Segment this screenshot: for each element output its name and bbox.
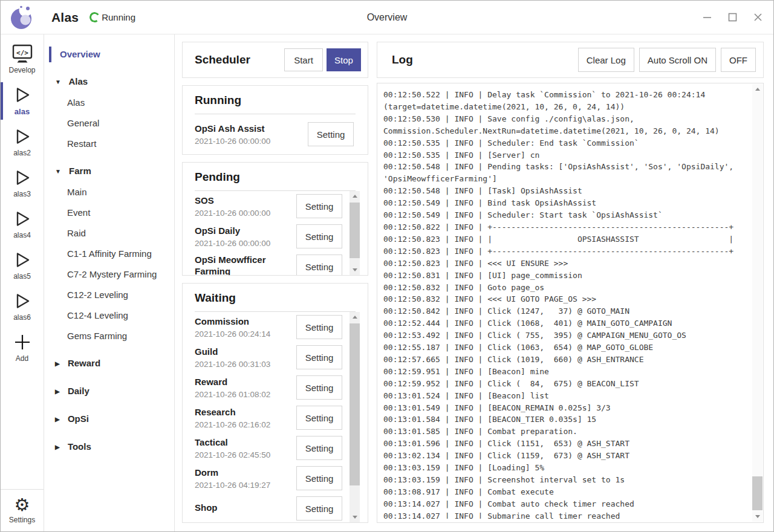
- nav-item-label: C1-1 Affinity Farming: [67, 248, 152, 259]
- task-next-run-time: 2021-10-26 04:19:27: [195, 481, 296, 490]
- log-line: 00:12:50.823 | INFO | +-----------------…: [383, 245, 745, 258]
- setting-button[interactable]: Setting: [296, 436, 342, 460]
- scroll-down-arrow[interactable]: [350, 512, 360, 522]
- pending-scrollbar[interactable]: [350, 191, 360, 275]
- setting-button[interactable]: Setting: [296, 345, 342, 369]
- rail-item[interactable]: </> Develop: [1, 39, 44, 80]
- task-row: Reward 2021-10-26 01:08:02 Setting: [195, 372, 348, 403]
- scroll-down-arrow[interactable]: [350, 265, 360, 275]
- rail-item-label: alas3: [13, 190, 31, 198]
- rail-item-label: Develop: [8, 66, 35, 74]
- scroll-up-arrow[interactable]: [752, 84, 763, 94]
- stop-button[interactable]: Stop: [327, 48, 361, 71]
- auto-scroll-off-button[interactable]: OFF: [721, 48, 756, 72]
- nav-item[interactable]: ▼ ▶ Restart: [44, 134, 174, 154]
- log-line: 00:13:08.917 | INFO | Combat execute: [383, 486, 745, 498]
- nav-item[interactable]: ▼ ▶ Raid: [44, 223, 174, 244]
- rail-item[interactable]: </> alas6: [1, 287, 44, 327]
- waiting-list[interactable]: Commission 2021-10-26 00:24:14 Setting G…: [195, 312, 348, 522]
- log-output[interactable]: 00:12:50.522 | INFO | Delay task `Commis…: [377, 83, 764, 523]
- play-icon: [12, 167, 33, 188]
- nav-item[interactable]: ▼ ▶ Daily: [44, 381, 174, 402]
- chevron-down-icon: ▼: [55, 168, 61, 175]
- task-info: Shop: [195, 502, 296, 516]
- rail-item[interactable]: </> alas4: [1, 204, 44, 245]
- pending-list[interactable]: SOS 2021-10-26 00:00:00 Setting OpSi Dai…: [195, 191, 348, 275]
- scheduler-status-text: Running: [102, 12, 135, 22]
- pending-panel: Pending SOS 2021-10-26 00:00:00 Setting …: [182, 162, 368, 276]
- log-line: 00:12:50.548 | INFO | [Task] OpsiAshAssi…: [383, 185, 745, 197]
- waiting-scrollbar[interactable]: [350, 312, 360, 522]
- rail-item[interactable]: </> alas3: [1, 163, 44, 204]
- nav-item[interactable]: ▼ ▶ C7-2 Mystery Farming: [44, 264, 174, 285]
- nav-item[interactable]: ▼ ▶ Farm: [44, 161, 174, 182]
- nav-item[interactable]: ▼ ▶ C1-1 Affinity Farming: [44, 244, 174, 264]
- setting-button[interactable]: Setting: [296, 496, 342, 521]
- rail-item-label: alas4: [13, 231, 31, 239]
- scroll-thumb[interactable]: [350, 323, 360, 485]
- instance-rail: </> Develop </>: [1, 34, 44, 531]
- nav-item-label: Restart: [67, 138, 96, 149]
- nav-item[interactable]: ▼ ▶ C12-2 Leveling: [44, 285, 174, 305]
- plus-icon: [13, 332, 31, 352]
- setting-button[interactable]: Setting: [296, 224, 342, 248]
- setting-button[interactable]: Setting: [296, 466, 342, 490]
- setting-button[interactable]: Setting: [296, 194, 342, 218]
- rail-item[interactable]: </> alas: [1, 80, 44, 122]
- settings-label: Settings: [9, 516, 35, 524]
- rail-item[interactable]: </> alas5: [1, 245, 44, 286]
- setting-button[interactable]: Setting: [296, 315, 342, 339]
- rail-item[interactable]: </> alas2: [1, 122, 44, 163]
- chevron-right-icon: ▶: [55, 360, 60, 367]
- start-button[interactable]: Start: [284, 48, 323, 71]
- nav-item[interactable]: ▼ ▶ Main: [44, 182, 174, 203]
- nav-item[interactable]: ▼ ▶ Tools: [44, 436, 174, 458]
- nav-item[interactable]: ▼ ▶ C12-4 Leveling: [44, 305, 174, 326]
- scroll-up-arrow[interactable]: [350, 312, 360, 322]
- setting-button[interactable]: Setting: [296, 375, 342, 400]
- log-line: 00:12:59.951 | INFO | [Beacon] mine: [383, 366, 745, 378]
- nav-item[interactable]: ▼ ▶ Event: [44, 203, 174, 223]
- scroll-up-arrow[interactable]: [350, 191, 360, 201]
- nav-item[interactable]: ▼ ▶ Overview: [44, 44, 174, 65]
- task-row: Commission 2021-10-26 00:24:14 Setting: [195, 312, 348, 342]
- task-row: OpSi Daily 2021-10-26 00:00:00 Setting: [195, 221, 348, 251]
- scroll-thumb[interactable]: [752, 476, 763, 510]
- log-line: 00:12:50.832 | INFO | <<< UI GOTO PAGE_O…: [383, 293, 745, 305]
- scroll-down-arrow[interactable]: [752, 511, 763, 522]
- auto-scroll-on-button[interactable]: Auto Scroll ON: [639, 48, 716, 72]
- clear-log-button[interactable]: Clear Log: [578, 48, 634, 72]
- task-name: SOS: [195, 195, 296, 206]
- setting-button[interactable]: Setting: [308, 122, 354, 146]
- setting-button[interactable]: Setting: [296, 406, 342, 430]
- task-row: OpSi Meowfficer Farming Setting: [195, 251, 348, 275]
- settings-button[interactable]: ⚙ Settings: [1, 489, 44, 531]
- log-line: 00:12:50.831 | INFO | [UI] page_commissi…: [383, 270, 745, 282]
- maximize-button[interactable]: [727, 13, 737, 22]
- setting-button[interactable]: Setting: [296, 255, 342, 275]
- minimize-button[interactable]: [702, 13, 712, 22]
- rail-item[interactable]: </> Add: [1, 328, 44, 368]
- waiting-panel: Waiting Commission 2021-10-26 00:24:14 S…: [182, 283, 368, 523]
- close-button[interactable]: [753, 13, 763, 22]
- log-line: 00:13:01.549 | INFO | [BEACON_REMAIN 0.0…: [383, 402, 745, 414]
- nav-item[interactable]: ▼ ▶ Alas: [44, 92, 174, 113]
- log-line: 00:12:59.952 | INFO | Click ( 84, 675) @…: [383, 378, 745, 390]
- nav-item[interactable]: ▼ ▶ Alas: [44, 71, 174, 92]
- rail-item-label: alas5: [13, 272, 31, 281]
- task-name: OpSi Daily: [195, 225, 296, 236]
- task-name: Guild: [195, 346, 296, 357]
- nav-item[interactable]: ▼ ▶ Reward: [44, 353, 174, 374]
- log-line: 00:13:14.027 | INFO | Submarine call tim…: [383, 510, 745, 519]
- nav-item[interactable]: ▼ ▶ Gems Farming: [44, 326, 174, 346]
- scroll-thumb[interactable]: [350, 203, 360, 258]
- chevron-right-icon: ▶: [55, 444, 60, 450]
- titlebar: Alas Running Overview: [1, 1, 773, 34]
- task-info: SOS 2021-10-26 00:00:00: [195, 195, 296, 218]
- log-line: (target=datetime.datetime(2021, 10, 26, …: [383, 101, 745, 113]
- nav-item[interactable]: ▼ ▶ General: [44, 113, 174, 134]
- log-line: 00:12:50.823 | INFO | <<< UI ENSURE >>>: [383, 258, 745, 270]
- nav-item[interactable]: ▼ ▶ OpSi: [44, 409, 174, 430]
- log-scrollbar[interactable]: [752, 84, 763, 522]
- scheduler-title: Scheduler: [195, 53, 284, 66]
